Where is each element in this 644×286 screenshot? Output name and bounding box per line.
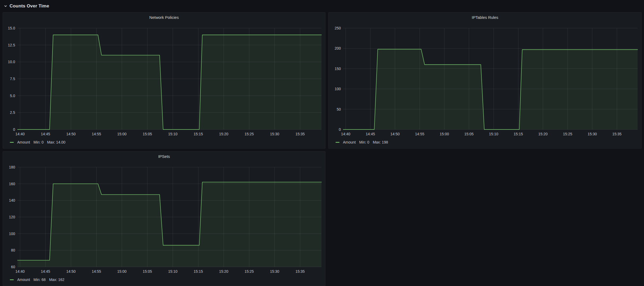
panel-ipsets: 608010012014016018014:4014:4514:5014:551… [3, 151, 325, 286]
legend-iptables-rules: Amount Min: 0 Max: 198 [336, 140, 388, 145]
svg-text:0: 0 [13, 127, 15, 132]
svg-text:15:05: 15:05 [143, 132, 152, 136]
legend-min-stat: Min: 0 [359, 140, 369, 144]
svg-text:5.0: 5.0 [10, 94, 15, 98]
svg-text:14:55: 14:55 [92, 269, 101, 274]
svg-text:14:45: 14:45 [41, 269, 50, 274]
svg-text:14:40: 14:40 [15, 269, 25, 274]
svg-text:14:50: 14:50 [66, 132, 76, 136]
svg-text:12.5: 12.5 [8, 43, 15, 47]
svg-text:15:15: 15:15 [194, 132, 203, 136]
panel-network-policies: 02.55.07.510.012.515.014:4014:4514:5014:… [3, 12, 325, 149]
svg-text:14:55: 14:55 [92, 132, 101, 136]
panel-title-network-policies[interactable]: Network Policies [3, 12, 325, 22]
svg-text:180: 180 [9, 165, 15, 169]
svg-text:15:35: 15:35 [295, 132, 305, 136]
legend-max-stat: Max: 198 [373, 140, 388, 144]
chevron-down-icon[interactable] [3, 4, 8, 8]
svg-text:160: 160 [9, 182, 15, 186]
svg-text:0: 0 [339, 127, 341, 132]
svg-text:15:05: 15:05 [464, 132, 474, 136]
iptables-rules-chart[interactable]: 05010015020025014:4014:4514:5014:5515:00… [329, 12, 641, 148]
svg-text:15:30: 15:30 [270, 269, 279, 274]
svg-text:15:05: 15:05 [143, 269, 152, 274]
svg-text:10.0: 10.0 [8, 60, 15, 64]
svg-text:15:30: 15:30 [588, 132, 597, 136]
svg-text:2.5: 2.5 [10, 110, 15, 115]
svg-text:80: 80 [11, 248, 15, 252]
svg-text:15:25: 15:25 [245, 269, 254, 274]
svg-text:14:40: 14:40 [341, 132, 350, 136]
legend-series-swatch [10, 279, 14, 280]
svg-text:15:20: 15:20 [538, 132, 547, 136]
row-title[interactable]: Counts Over Time [10, 3, 49, 9]
legend-ipsets: Amount Min: 68 Max: 162 [10, 277, 64, 282]
svg-text:15:35: 15:35 [612, 132, 621, 136]
svg-text:50: 50 [337, 107, 341, 111]
panel-title-ipsets[interactable]: IPSets [3, 151, 325, 161]
panel-title-iptables-rules[interactable]: IPTables Rules [329, 12, 641, 22]
svg-text:100: 100 [335, 87, 341, 91]
svg-text:140: 140 [9, 198, 15, 202]
svg-text:15:15: 15:15 [194, 269, 203, 274]
svg-text:14:45: 14:45 [41, 132, 50, 136]
svg-text:250: 250 [335, 26, 341, 30]
svg-text:15:20: 15:20 [219, 269, 228, 274]
legend-max-stat: Max: 162 [49, 278, 64, 282]
legend-network-policies: Amount Min: 0 Max: 14.00 [10, 140, 66, 145]
svg-text:15:35: 15:35 [295, 269, 305, 274]
svg-text:15:20: 15:20 [219, 132, 228, 136]
svg-text:15:10: 15:10 [168, 132, 177, 136]
svg-text:14:55: 14:55 [415, 132, 424, 136]
svg-text:14:50: 14:50 [66, 269, 76, 274]
svg-text:15:10: 15:10 [489, 132, 498, 136]
svg-text:15:00: 15:00 [117, 132, 127, 136]
svg-text:15:00: 15:00 [117, 269, 127, 274]
svg-text:15:15: 15:15 [514, 132, 523, 136]
legend-series-swatch [336, 142, 340, 143]
network-policies-chart[interactable]: 02.55.07.510.012.515.014:4014:4514:5014:… [3, 12, 325, 148]
legend-min-stat: Min: 68 [33, 278, 46, 282]
svg-text:14:45: 14:45 [366, 132, 375, 136]
svg-text:120: 120 [9, 215, 15, 219]
svg-text:15:25: 15:25 [245, 132, 254, 136]
legend-min-stat: Min: 0 [33, 140, 43, 144]
svg-text:15:25: 15:25 [563, 132, 572, 136]
legend-series-label[interactable]: Amount [343, 140, 356, 144]
svg-text:150: 150 [335, 67, 341, 71]
svg-text:15:00: 15:00 [440, 132, 449, 136]
legend-max-stat: Max: 14.00 [47, 140, 65, 144]
svg-text:7.5: 7.5 [10, 77, 15, 81]
panel-iptables-rules: 05010015020025014:4014:4514:5014:5515:00… [328, 12, 642, 149]
svg-text:15.0: 15.0 [8, 26, 15, 30]
legend-series-label[interactable]: Amount [17, 278, 30, 282]
legend-series-swatch [10, 142, 14, 143]
svg-text:14:40: 14:40 [15, 132, 25, 136]
svg-text:200: 200 [335, 46, 341, 50]
svg-text:60: 60 [11, 265, 15, 269]
legend-series-label[interactable]: Amount [17, 140, 30, 144]
svg-text:15:10: 15:10 [168, 269, 177, 274]
dashboard-row-header[interactable]: Counts Over Time [0, 0, 644, 12]
svg-text:15:30: 15:30 [270, 132, 279, 136]
svg-text:14:50: 14:50 [390, 132, 400, 136]
svg-text:100: 100 [9, 232, 15, 236]
ipsets-chart[interactable]: 608010012014016018014:4014:4514:5014:551… [3, 151, 325, 286]
